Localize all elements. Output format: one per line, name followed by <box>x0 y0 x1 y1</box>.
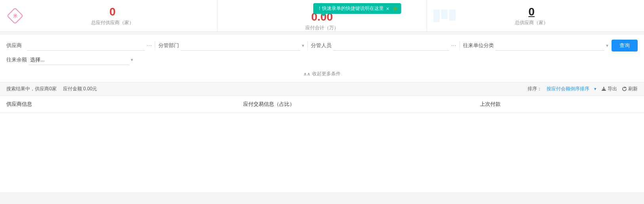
result-summary: 搜索结果中，供应商0家 应付金额 0.00元 <box>6 86 97 92</box>
summary-amount: 应付金额 0.00元 <box>63 86 97 92</box>
stat-label-1: 总应付供应商（家） <box>91 19 134 26</box>
filter-category: 往来单位分类 ▾ <box>463 40 608 51</box>
sort-chevron-icon[interactable]: ▾ <box>594 86 596 92</box>
sort-label: 排序： <box>528 86 542 92</box>
query-button[interactable]: 查询 <box>612 40 638 51</box>
filter-bar: 供应商 ··· 分管部门 ▾ 分管人员 ··· 往来单位分类 ▾ 查询 <box>0 35 644 82</box>
category-label: 往来单位分类 <box>463 42 494 49</box>
stat-number-1: 0 <box>109 5 116 19</box>
collapse-up-icon: ∧∧ <box>303 71 311 77</box>
table-header: 供应商信息 应付交易信息（占比） 上次付款 <box>0 96 644 113</box>
svg-rect-10 <box>604 87 604 90</box>
person-dots-icon[interactable]: ··· <box>451 42 456 49</box>
stat-label-2: 应付合计（万） <box>305 25 339 31</box>
tooltip-dot-icon <box>393 7 397 11</box>
balance-label: 往来余额 <box>6 56 27 63</box>
export-icon <box>601 86 606 92</box>
divider-1 <box>155 41 155 50</box>
tooltip-text: ！快速录单的快捷键说明在这里 <box>317 5 384 12</box>
category-input[interactable] <box>495 40 604 51</box>
col-supplier-header: 供应商信息 <box>6 101 243 108</box>
tooltip-bubble: ！快速录单的快捷键说明在这里 × <box>313 3 401 14</box>
person-input[interactable] <box>333 40 450 51</box>
supplier-label: 供应商 <box>6 42 25 49</box>
filter-supplier: 供应商 ··· <box>6 40 152 51</box>
supplier-input[interactable] <box>27 40 145 51</box>
stat-total-suppliers: 0 总供应商（家） <box>427 0 644 31</box>
export-button[interactable]: 导出 <box>601 86 617 92</box>
stats-bar: 米 0 总应付供应商（家） ！快速录单的快捷键说明在这里 × 0.00 应付合计… <box>0 0 644 32</box>
table-body <box>0 113 644 192</box>
tooltip-close-button[interactable]: × <box>386 6 389 11</box>
result-actions: 排序： 按应付会额倒序排序 ▾ 导出 刷新 <box>528 86 638 92</box>
person-label: 分管人员 <box>311 42 332 49</box>
col-transaction-header: 应付交易信息（占比） <box>243 101 480 108</box>
divider-3 <box>459 41 460 50</box>
filter-row-2: 往来余额 选择... ▾ <box>6 55 638 65</box>
refresh-label: 刷新 <box>628 86 638 92</box>
collapse-button[interactable]: ∧∧ 收起更多条件 <box>303 71 341 77</box>
refresh-button[interactable]: 刷新 <box>622 86 638 92</box>
summary-supplier: 搜索结果中，供应商0家 <box>6 86 57 92</box>
filter-row-1: 供应商 ··· 分管部门 ▾ 分管人员 ··· 往来单位分类 ▾ 查询 <box>6 40 638 51</box>
stat-total-payable-amount: ！快速录单的快捷键说明在这里 × 0.00 应付合计（万） <box>217 0 427 31</box>
result-bar: 搜索结果中，供应商0家 应付金额 0.00元 排序： 按应付会额倒序排序 ▾ 导… <box>0 82 644 96</box>
divider-2 <box>307 41 308 50</box>
filter-person: 分管人员 ··· <box>311 40 456 51</box>
filter-department: 分管部门 ▾ <box>158 40 304 51</box>
stat-total-payable-suppliers: 米 0 总应付供应商（家） <box>0 0 217 31</box>
balance-select[interactable]: 选择... <box>29 55 129 65</box>
stat-number-3: 0 <box>528 5 535 19</box>
supplier-dots-icon[interactable]: ··· <box>147 42 152 49</box>
export-label: 导出 <box>608 86 617 92</box>
collapse-label: 收起更多条件 <box>312 71 341 77</box>
col-payment-header: 上次付款 <box>480 101 638 108</box>
collapse-bar: ∧∧ 收起更多条件 <box>6 68 638 80</box>
sort-value[interactable]: 按应付会额倒序排序 <box>547 86 589 92</box>
stat-label-3: 总供应商（家） <box>515 19 548 26</box>
department-label: 分管部门 <box>158 42 179 49</box>
filter-balance: 往来余额 选择... ▾ <box>6 55 133 65</box>
balance-chevron-icon[interactable]: ▾ <box>131 57 133 63</box>
department-input[interactable] <box>181 40 300 51</box>
logo-icon: 米 <box>6 7 24 25</box>
refresh-icon <box>622 86 627 92</box>
svg-text:米: 米 <box>13 13 18 18</box>
department-chevron-icon[interactable]: ▾ <box>302 43 304 48</box>
category-chevron-icon[interactable]: ▾ <box>606 43 608 48</box>
